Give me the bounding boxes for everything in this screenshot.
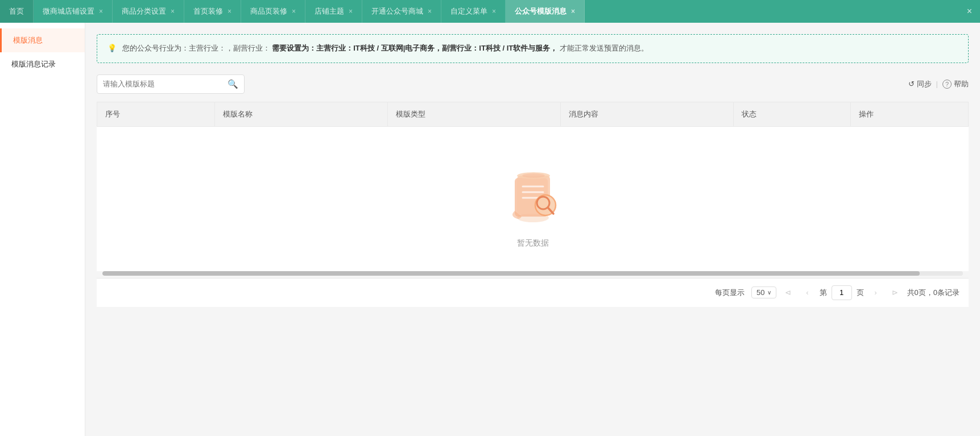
tab-category[interactable]: 商品分类设置×: [113, 0, 184, 23]
search-input-wrap[interactable]: 🔍: [97, 74, 245, 94]
col-header-seq: 序号: [97, 102, 215, 126]
main-layout: 模版消息模版消息记录 💡 您的公众号行业为：主营行业：，副营行业： 需要设置为：…: [0, 23, 980, 436]
notice-prefix: 您的公众号行业为：主营行业：，副营行业：: [122, 44, 270, 52]
tab-home[interactable]: 首页: [0, 0, 34, 23]
toolbar-divider: |: [936, 80, 938, 88]
search-bar: 🔍 ↺ 同步 | ? 帮助: [97, 74, 969, 94]
notice-highlight: 需要设置为：主营行业：IT科技 / 互联网|电子商务，副营行业：IT科技 / I…: [272, 44, 557, 52]
pagination: 每页显示 50 ∨ ⊲ ‹ 第 页 › ⊳ 共0页，0条记录: [97, 278, 969, 307]
tab-label: 自定义菜单: [450, 6, 487, 16]
prev-page-button[interactable]: ‹: [800, 285, 815, 300]
help-label: 帮助: [954, 79, 969, 89]
page-label-after: 页: [857, 288, 864, 298]
svg-point-10: [522, 173, 545, 178]
sync-icon: ↺: [908, 80, 915, 88]
chevron-down-icon: ∨: [767, 289, 771, 296]
toolbar-right: ↺ 同步 | ? 帮助: [908, 79, 969, 89]
tab-label: 店铺主题: [315, 6, 344, 16]
col-header-action: 操作: [851, 102, 969, 126]
info-notice: 💡 您的公众号行业为：主营行业：，副营行业： 需要设置为：主营行业：IT科技 /…: [97, 34, 969, 63]
page-size-label: 每页显示: [715, 288, 745, 298]
sync-button[interactable]: ↺ 同步: [908, 79, 932, 89]
tab-custommenu[interactable]: 自定义菜单×: [441, 0, 506, 23]
tab-label: 商品分类设置: [122, 6, 166, 16]
tab-template[interactable]: 公众号模版消息×: [506, 0, 585, 23]
sync-label: 同步: [917, 79, 932, 89]
tab-close-theme[interactable]: ×: [349, 7, 353, 15]
col-header-status: 状态: [733, 102, 851, 126]
total-records: 共0页，0条记录: [907, 288, 960, 298]
page-label-before: 第: [820, 288, 827, 298]
tab-label: 开通公众号商城: [371, 6, 423, 16]
empty-text: 暂无数据: [517, 238, 549, 248]
page-size-select[interactable]: 50 ∨: [751, 286, 776, 298]
first-page-button[interactable]: ⊲: [781, 285, 796, 300]
data-table: 序号模版名称模版类型消息内容状态操作: [97, 102, 969, 127]
tab-label: 微商城店铺设置: [43, 6, 94, 16]
search-input[interactable]: [103, 80, 228, 88]
tab-label: 首页: [9, 6, 24, 16]
sidebar: 模版消息模版消息记录: [0, 23, 85, 436]
tab-label: 公众号模版消息: [515, 6, 567, 16]
sidebar-item-template-log[interactable]: 模版消息记录: [0, 52, 85, 76]
tab-openstore[interactable]: 开通公众号商城×: [362, 0, 441, 23]
next-page-button[interactable]: ›: [869, 285, 883, 300]
help-button[interactable]: ? 帮助: [942, 79, 969, 89]
tab-close-product[interactable]: ×: [292, 7, 296, 15]
notice-suffix: 才能正常发送预置的消息。: [560, 44, 648, 52]
col-header-content: 消息内容: [560, 102, 733, 126]
tab-homepage[interactable]: 首页装修×: [184, 0, 241, 23]
tab-close-weishop[interactable]: ×: [99, 7, 103, 15]
tab-label: 首页装修: [193, 6, 223, 16]
tab-close-openstore[interactable]: ×: [428, 7, 432, 15]
col-header-name: 模版名称: [214, 102, 387, 126]
empty-illustration: [499, 161, 567, 229]
content-area: 💡 您的公众号行业为：主营行业：，副营行业： 需要设置为：主营行业：IT科技 /…: [85, 23, 980, 436]
help-icon: ?: [942, 80, 952, 89]
tab-theme[interactable]: 店铺主题×: [305, 0, 362, 23]
tab-weishop[interactable]: 微商城店铺设置×: [34, 0, 113, 23]
tab-product[interactable]: 商品页装修×: [241, 0, 305, 23]
tab-bar: 首页微商城店铺设置×商品分类设置×首页装修×商品页装修×店铺主题×开通公众号商城…: [0, 0, 980, 23]
tab-label: 商品页装修: [250, 6, 287, 16]
page-size-value: 50: [756, 288, 764, 297]
last-page-button[interactable]: ⊳: [888, 285, 903, 300]
empty-state: 暂无数据: [97, 127, 969, 271]
scrollbar-thumb[interactable]: [102, 271, 920, 276]
page-number-input[interactable]: [832, 285, 852, 300]
table-header: 序号模版名称模版类型消息内容状态操作: [97, 102, 969, 126]
tab-close-custommenu[interactable]: ×: [492, 7, 496, 15]
close-all-button[interactable]: ×: [959, 0, 980, 23]
tab-close-category[interactable]: ×: [171, 7, 175, 15]
sidebar-item-template-msg[interactable]: 模版消息: [0, 28, 85, 52]
tab-close-homepage[interactable]: ×: [228, 7, 231, 15]
bulb-icon: 💡: [107, 44, 117, 52]
col-header-type: 模版类型: [387, 102, 560, 126]
horizontal-scrollbar[interactable]: [102, 271, 963, 276]
search-button[interactable]: 🔍: [228, 79, 238, 89]
tab-close-template[interactable]: ×: [571, 7, 575, 15]
